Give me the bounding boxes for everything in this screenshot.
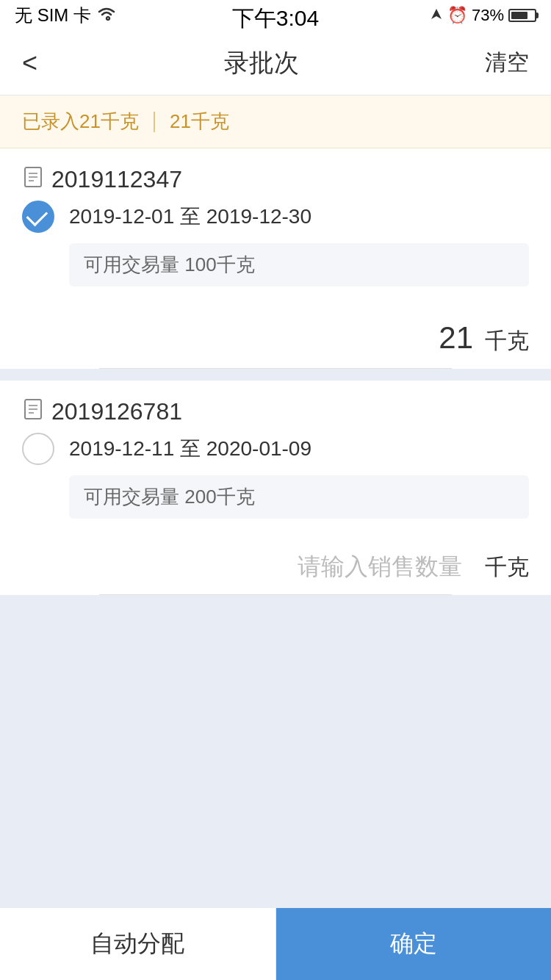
nav-bar: < 录批次 清空: [0, 31, 551, 96]
confirm-button[interactable]: 确定: [276, 908, 552, 980]
back-button[interactable]: <: [22, 48, 37, 79]
batch1-amount-row: 21 千克: [0, 309, 551, 368]
batch2-input-row: 千克: [0, 541, 551, 594]
batch1-amount-unit: 千克: [485, 326, 529, 356]
alarm-icon: ⏰: [447, 6, 467, 25]
recorded-label: 已录入21千克: [22, 109, 139, 134]
carrier-text: 无 SIM 卡: [15, 4, 91, 27]
batch2-card: 2019126781 2019-12-11 至 2020-01-09 可用交易量…: [0, 381, 551, 595]
status-left: 无 SIM 卡: [15, 4, 116, 27]
location-icon: [430, 6, 443, 25]
wifi-icon: [97, 5, 116, 26]
status-right: ⏰ 73%: [430, 6, 536, 25]
batch1-avail: 可用交易量 100千克: [69, 243, 529, 287]
batch1-card: 2019112347 2019-12-01 至 2019-12-30 可用交易量…: [0, 148, 551, 369]
batch1-inner: 2019112347 2019-12-01 至 2019-12-30 可用交易量…: [0, 148, 551, 309]
battery-icon: [508, 9, 536, 22]
batch2-input-unit: 千克: [485, 552, 529, 583]
batch1-header: 2019112347: [22, 166, 529, 193]
banner-divider: [154, 112, 155, 132]
batch2-id: 2019126781: [51, 398, 182, 425]
batch1-radio[interactable]: [22, 201, 54, 233]
section-gap: [0, 369, 551, 381]
bottom-blank: [0, 595, 551, 955]
content-area: 2019112347 2019-12-01 至 2019-12-30 可用交易量…: [0, 148, 551, 980]
batch1-amount-value: 21: [439, 320, 473, 356]
auto-distribute-button[interactable]: 自动分配: [0, 908, 276, 980]
batch2-date-range: 2019-12-11 至 2020-01-09: [69, 435, 311, 463]
batch2-date-row[interactable]: 2019-12-11 至 2020-01-09: [22, 433, 529, 465]
batch2-inner: 2019126781 2019-12-11 至 2020-01-09 可用交易量…: [0, 381, 551, 541]
status-bar: 无 SIM 卡 下午3:04 ⏰ 73%: [0, 0, 551, 31]
footer: 自动分配 确定: [0, 908, 551, 980]
batch2-doc-icon: [22, 398, 44, 425]
batch1-doc-icon: [22, 166, 44, 193]
batch2-radio[interactable]: [22, 433, 54, 465]
batch2-avail: 可用交易量 200千克: [69, 475, 529, 519]
clear-button[interactable]: 清空: [485, 48, 529, 78]
batch1-date-range: 2019-12-01 至 2019-12-30: [69, 203, 311, 231]
page-title: 录批次: [224, 46, 299, 80]
batch2-header: 2019126781: [22, 398, 529, 425]
battery-pct: 73%: [472, 6, 504, 25]
status-time: 下午3:04: [232, 4, 319, 34]
info-banner: 已录入21千克 21千克: [0, 96, 551, 148]
batch2-qty-input[interactable]: [238, 553, 473, 580]
batch1-id: 2019112347: [51, 166, 182, 193]
total-label: 21千克: [170, 109, 229, 134]
batch1-date-row[interactable]: 2019-12-01 至 2019-12-30: [22, 201, 529, 233]
